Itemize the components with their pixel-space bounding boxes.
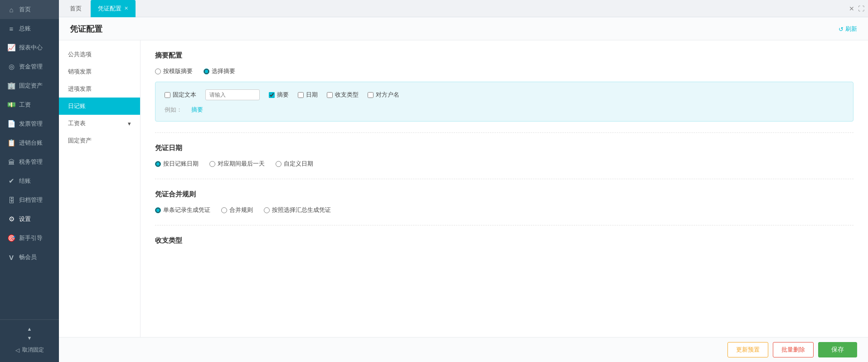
merge-radio-single-input[interactable] — [155, 207, 161, 213]
sidebar-item-trade[interactable]: 📋 进销台账 — [0, 133, 59, 152]
summary-radio-group: 按模版摘要 选择摘要 — [155, 67, 853, 75]
window-close-icon[interactable]: ✕ — [849, 5, 854, 12]
nav-item-payroll[interactable]: 工资表 ▾ — [59, 115, 140, 132]
sidebar-item-salary[interactable]: 💵 工资 — [0, 95, 59, 114]
summary-checkbox-row: 固定文本 摘要 日期 — [165, 89, 844, 100]
sidebar-item-assets[interactable]: 🏢 固定资产 — [0, 76, 59, 95]
receipt-type-section: 收支类型 — [155, 236, 853, 263]
tab-close-icon[interactable]: ✕ — [124, 5, 128, 11]
checkbox-counterpart-input[interactable] — [368, 92, 373, 98]
sidebar-item-home[interactable]: ⌂ 首页 — [0, 0, 59, 19]
main-area: 首页 凭证配置 ✕ ✕ ⛶ 凭证配置 ↺ 刷新 公共选项 — [59, 0, 868, 362]
sidebar-item-archive[interactable]: 🗄 归档管理 — [0, 191, 59, 210]
chevron-down-icon: ▾ — [128, 120, 131, 127]
page-header: 凭证配置 ↺ 刷新 — [59, 17, 868, 40]
sidebar-item-member[interactable]: V 畅会员 — [0, 248, 59, 267]
nav-item-sales-invoice[interactable]: 销项发票 — [59, 63, 140, 80]
content-area: 凭证配置 ↺ 刷新 公共选项 销项发票 进项发票 日记账 — [59, 17, 868, 362]
merge-rule-radio-group: 单条记录生成凭证 合并规则 按照选择汇总生成凭证 — [155, 206, 853, 214]
sidebar-item-reports[interactable]: 📈 报表中心 — [0, 38, 59, 57]
sidebar-item-guide[interactable]: 🎯 新手引导 — [0, 229, 59, 248]
sidebar-item-tax[interactable]: 🏛 税务管理 — [0, 152, 59, 171]
merge-radio-single[interactable]: 单条记录生成凭证 — [155, 206, 210, 214]
sidebar-bottom: ▲ ▼ ◁ 取消固定 — [0, 319, 59, 362]
nav-item-purchase-invoice[interactable]: 进项发票 — [59, 80, 140, 98]
archive-icon: 🗄 — [7, 196, 15, 204]
right-content: 摘要配置 按模版摘要 选择摘要 — [141, 40, 868, 337]
voucher-date-title: 凭证日期 — [155, 144, 853, 152]
date-radio-last-day[interactable]: 对应期间最后一天 — [209, 160, 265, 168]
checkbox-income-type[interactable]: 收支类型 — [327, 91, 359, 99]
summary-radio-template[interactable]: 按模版摘要 — [155, 67, 193, 75]
batch-delete-button[interactable]: 批量删除 — [773, 342, 814, 357]
checkbox-abstract[interactable]: 摘要 — [269, 91, 289, 99]
assets-icon: 🏢 — [7, 82, 15, 90]
date-radio-custom[interactable]: 自定义日期 — [276, 160, 313, 168]
summary-radio-template-input[interactable] — [155, 68, 161, 74]
page-title: 凭证配置 — [70, 24, 102, 34]
bottom-action-bar: 更新预置 批量删除 保存 — [59, 337, 868, 362]
summary-section-title: 摘要配置 — [155, 51, 853, 60]
checkbox-date-input[interactable] — [298, 92, 304, 98]
refresh-button[interactable]: ↺ 刷新 — [839, 25, 857, 33]
summary-config-box: 固定文本 摘要 日期 — [155, 82, 853, 122]
home-icon: ⌂ — [7, 6, 15, 14]
voucher-date-radio-group: 按日记账日期 对应期间最后一天 自定义日期 — [155, 160, 853, 168]
refresh-icon: ↺ — [839, 26, 844, 33]
update-preview-button[interactable]: 更新预置 — [727, 342, 768, 357]
merge-rule-section: 凭证合并规则 单条记录生成凭证 合并规则 按照选择汇总生成凭证 — [155, 190, 853, 225]
sidebar-item-ledger[interactable]: ≡ 总账 — [0, 19, 59, 38]
salary-icon: 💵 — [7, 101, 15, 109]
checkbox-abstract-input[interactable] — [269, 92, 275, 98]
checkbox-fixed-text-input[interactable] — [165, 92, 170, 98]
date-radio-journal[interactable]: 按日记账日期 — [155, 160, 199, 168]
nav-item-fixed-assets[interactable]: 固定资产 — [59, 132, 140, 149]
member-icon: V — [7, 254, 15, 261]
tab-voucher-config[interactable]: 凭证配置 ✕ — [91, 0, 136, 17]
tax-icon: 🏛 — [7, 158, 15, 166]
merge-radio-merge[interactable]: 合并规则 — [221, 206, 253, 214]
ledger-icon: ≡ — [7, 25, 15, 33]
sidebar-fix-toggle[interactable]: ◁ 取消固定 — [0, 342, 59, 357]
window-controls: ✕ ⛶ — [849, 5, 864, 12]
settings-icon: ⚙ — [7, 215, 15, 223]
tab-home[interactable]: 首页 — [63, 0, 89, 17]
date-radio-custom-input[interactable] — [276, 161, 281, 167]
summary-section: 摘要配置 按模版摘要 选择摘要 — [155, 51, 853, 133]
date-radio-journal-input[interactable] — [155, 161, 161, 167]
merge-radio-merge-input[interactable] — [221, 207, 227, 213]
merge-rule-title: 凭证合并规则 — [155, 190, 853, 199]
merge-radio-summary-input[interactable] — [264, 207, 270, 213]
summary-radio-select[interactable]: 选择摘要 — [204, 67, 235, 75]
save-button[interactable]: 保存 — [818, 342, 857, 357]
date-radio-last-day-input[interactable] — [209, 161, 215, 167]
sidebar-item-invoice[interactable]: 📄 发票管理 — [0, 114, 59, 133]
sidebar-scroll-up[interactable]: ▲ — [0, 324, 59, 333]
sidebar-item-close[interactable]: ✔ 结账 — [0, 171, 59, 191]
sidebar-item-settings[interactable]: ⚙ 设置 — [0, 210, 59, 229]
sidebar-scroll-down[interactable]: ▼ — [0, 333, 59, 342]
merge-radio-summary[interactable]: 按照选择汇总生成凭证 — [264, 206, 331, 214]
guide-icon: 🎯 — [7, 234, 15, 242]
left-nav: 公共选项 销项发票 进项发票 日记账 工资表 ▾ 固定资产 — [59, 40, 141, 337]
sidebar-item-funds[interactable]: ◎ 资金管理 — [0, 57, 59, 76]
nav-item-journal[interactable]: 日记账 — [59, 98, 140, 115]
sidebar: ⌂ 首页 ≡ 总账 📈 报表中心 ◎ 资金管理 🏢 固定资产 💵 工资 📄 发票… — [0, 0, 59, 362]
trade-icon: 📋 — [7, 139, 15, 147]
example-label: 例如： — [165, 106, 182, 114]
summary-radio-select-input[interactable] — [204, 68, 209, 74]
checkbox-date[interactable]: 日期 — [298, 91, 318, 99]
checkbox-income-type-input[interactable] — [327, 92, 333, 98]
nav-item-public[interactable]: 公共选项 — [59, 46, 140, 63]
receipt-type-title: 收支类型 — [155, 236, 853, 245]
checkbox-fixed-text[interactable]: 固定文本 — [165, 91, 196, 99]
fixed-text-input[interactable] — [205, 89, 260, 100]
close-account-icon: ✔ — [7, 177, 15, 185]
funds-icon: ◎ — [7, 63, 15, 71]
summary-example-row: 例如： 摘要 — [165, 106, 844, 114]
pin-icon: ◁ — [15, 347, 19, 353]
checkbox-counterpart[interactable]: 对方户名 — [368, 91, 399, 99]
example-text: 摘要 — [191, 106, 203, 114]
window-maximize-icon[interactable]: ⛶ — [858, 5, 864, 12]
invoice-icon: 📄 — [7, 120, 15, 128]
